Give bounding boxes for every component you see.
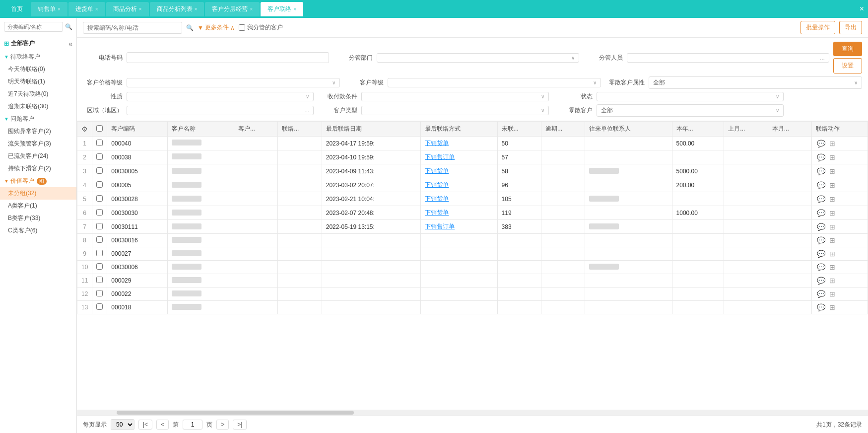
- close-icon[interactable]: ×: [293, 6, 296, 12]
- chat-icon[interactable]: 💬: [816, 140, 826, 147]
- sidebar-item-7days-pending[interactable]: 近7天待联络(0): [0, 88, 76, 100]
- row-checkbox-cell[interactable]: [92, 164, 107, 178]
- last-method[interactable]: [421, 234, 497, 247]
- row-checkbox[interactable]: [96, 181, 103, 188]
- sidebar-item-overdue-pending[interactable]: 逾期未联络(30): [0, 100, 76, 113]
- filter-search-icon[interactable]: 🔍: [186, 24, 194, 31]
- customer-type-select[interactable]: ∨: [361, 106, 548, 115]
- row-checkbox-cell[interactable]: [92, 220, 107, 234]
- sidebar-item-today-pending[interactable]: 今天待联络(0): [0, 63, 76, 75]
- page-input[interactable]: [183, 420, 202, 430]
- row-checkbox[interactable]: [96, 167, 103, 174]
- row-checkbox[interactable]: [96, 209, 103, 216]
- status-select[interactable]: ∨: [597, 92, 784, 101]
- query-btn[interactable]: 查询: [833, 42, 862, 56]
- sidebar-item-c-class[interactable]: C类客户(6): [0, 224, 76, 237]
- chat-icon[interactable]: 💬: [816, 223, 826, 231]
- row-checkbox[interactable]: [96, 290, 103, 296]
- window-close-btn[interactable]: ×: [860, 4, 864, 13]
- chat-icon[interactable]: 💬: [816, 290, 826, 298]
- last-method[interactable]: [421, 261, 497, 274]
- last-method[interactable]: [421, 301, 497, 314]
- row-checkbox-cell[interactable]: [92, 206, 107, 220]
- last-method[interactable]: 下销货单: [421, 164, 497, 178]
- payment-select[interactable]: ∨: [361, 92, 548, 101]
- retail-select[interactable]: 全部 ∨: [597, 104, 784, 117]
- chat-icon[interactable]: 💬: [816, 236, 826, 244]
- settings-icon[interactable]: ⚙: [81, 125, 88, 133]
- grid-action-icon[interactable]: ⊞: [828, 153, 836, 161]
- sidebar-collapse-btn[interactable]: «: [68, 40, 72, 48]
- grid-action-icon[interactable]: ⊞: [828, 303, 836, 311]
- close-icon[interactable]: ×: [95, 6, 98, 12]
- row-checkbox-cell[interactable]: [92, 137, 107, 150]
- prev-page-btn[interactable]: <: [156, 420, 169, 430]
- row-checkbox[interactable]: [96, 250, 103, 256]
- chat-icon[interactable]: 💬: [816, 181, 826, 189]
- row-checkbox-cell[interactable]: [92, 192, 107, 206]
- row-checkbox-cell[interactable]: [92, 288, 107, 301]
- nav-tab-purchase[interactable]: 进货单 ×: [68, 2, 105, 16]
- row-checkbox-cell[interactable]: [92, 261, 107, 274]
- last-method[interactable]: 下销货单: [421, 206, 497, 220]
- nav-tab-sales[interactable]: 销售单 ×: [31, 2, 67, 16]
- chat-icon[interactable]: 💬: [816, 209, 826, 217]
- problem-group-title[interactable]: ▼ 问题客户: [0, 113, 76, 125]
- nav-tab-analysis-list[interactable]: 商品分析列表 ×: [150, 2, 204, 16]
- row-checkbox[interactable]: [96, 277, 103, 283]
- row-checkbox-cell[interactable]: [92, 234, 107, 247]
- pending-group-title[interactable]: ▼ 待联络客户: [0, 51, 76, 63]
- grid-action-icon[interactable]: ⊞: [828, 167, 836, 175]
- chat-icon[interactable]: 💬: [816, 195, 826, 203]
- row-checkbox-cell[interactable]: [92, 150, 107, 164]
- phone-input[interactable]: [127, 52, 329, 63]
- per-page-select[interactable]: 50: [111, 419, 134, 430]
- nav-tab-analysis[interactable]: 商品分析 ×: [106, 2, 149, 16]
- row-checkbox[interactable]: [96, 153, 103, 160]
- close-icon[interactable]: ×: [195, 6, 198, 12]
- grid-action-icon[interactable]: ⊞: [828, 263, 836, 271]
- value-group-title[interactable]: ▼ 价值客户 图: [0, 175, 76, 187]
- my-customers-check[interactable]: [239, 24, 245, 31]
- row-checkbox[interactable]: [96, 195, 103, 202]
- grid-action-icon[interactable]: ⊞: [828, 250, 836, 258]
- grid-action-icon[interactable]: ⊞: [828, 277, 836, 285]
- grid-action-icon[interactable]: ⊞: [828, 290, 836, 298]
- filter-search-input[interactable]: [83, 22, 182, 34]
- grid-action-icon[interactable]: ⊞: [828, 140, 836, 147]
- last-method[interactable]: [421, 288, 497, 301]
- sidebar-item-declining[interactable]: 持续下滑客户(2): [0, 162, 76, 175]
- row-checkbox[interactable]: [96, 140, 103, 146]
- grid-action-icon[interactable]: ⊞: [828, 236, 836, 244]
- row-checkbox-cell[interactable]: [92, 178, 107, 192]
- last-page-btn[interactable]: >|: [233, 420, 247, 430]
- price-level-select[interactable]: ∨: [127, 78, 340, 87]
- sidebar-search-icon[interactable]: 🔍: [65, 23, 72, 30]
- row-checkbox-cell[interactable]: [92, 301, 107, 314]
- batch-ops-btn[interactable]: 批量操作: [801, 21, 835, 34]
- chat-icon[interactable]: 💬: [816, 303, 826, 311]
- first-page-btn[interactable]: |<: [138, 420, 152, 430]
- chat-icon[interactable]: 💬: [816, 153, 826, 161]
- select-all-checkbox[interactable]: [96, 125, 103, 132]
- reset-btn[interactable]: 设置: [833, 58, 862, 73]
- export-btn[interactable]: 导出: [839, 21, 862, 34]
- nav-home[interactable]: 首页: [4, 2, 30, 16]
- grid-action-icon[interactable]: ⊞: [828, 195, 836, 203]
- sidebar-item-b-class[interactable]: B类客户(33): [0, 212, 76, 224]
- sidebar-item-tomorrow-pending[interactable]: 明天待联络(1): [0, 75, 76, 88]
- nature-select[interactable]: ∨: [127, 92, 314, 101]
- nav-tab-customer-tier[interactable]: 客户分层经营 ×: [205, 2, 260, 16]
- region-select[interactable]: …: [127, 106, 314, 115]
- row-checkbox[interactable]: [96, 303, 103, 310]
- all-customers-header[interactable]: ⊞ 全部客户 «: [0, 36, 76, 51]
- chat-icon[interactable]: 💬: [816, 263, 826, 271]
- dept-select[interactable]: ∨: [377, 53, 579, 63]
- sidebar-item-unclassified[interactable]: 未分组(32): [0, 187, 76, 200]
- close-icon[interactable]: ×: [139, 6, 142, 12]
- sidebar-item-hoard-abnormal[interactable]: 囤购异常客户(2): [0, 125, 76, 138]
- last-method[interactable]: 下销售订单: [421, 220, 497, 234]
- row-checkbox[interactable]: [96, 236, 103, 243]
- sidebar-item-churn-warning[interactable]: 流失预警客户(3): [0, 138, 76, 150]
- sidebar-item-churned[interactable]: 已流失客户(24): [0, 150, 76, 162]
